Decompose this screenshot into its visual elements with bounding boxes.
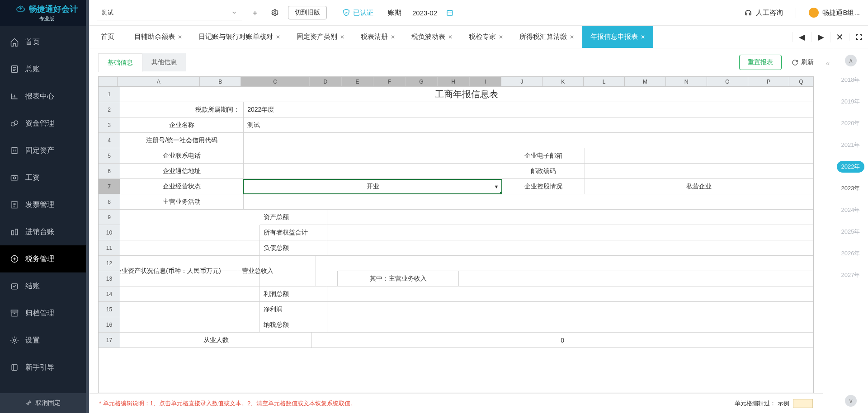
col-header-H[interactable]: H — [438, 77, 470, 86]
row-header[interactable]: 15 — [99, 302, 120, 317]
year-down[interactable]: ∨ — [845, 395, 857, 407]
sidebar-item-guide[interactable]: 新手引导 — [0, 354, 86, 381]
user-menu[interactable]: 畅捷通B组... — [809, 8, 860, 18]
cell[interactable]: 纳税总额 — [260, 317, 327, 333]
tab-home[interactable]: 首页 — [89, 26, 126, 48]
row-header[interactable]: 6 — [99, 164, 120, 179]
cell[interactable] — [327, 240, 813, 256]
sidebar-item-tax[interactable]: 税务管理 — [0, 245, 86, 272]
subtab-basic[interactable]: 基础信息 — [98, 53, 142, 72]
refresh-button[interactable]: 刷新 — [792, 58, 814, 66]
cell[interactable]: 税款所属期间： — [120, 102, 244, 117]
tab[interactable]: 税检专家✕ — [461, 26, 511, 48]
year-item[interactable]: 2020年 — [833, 113, 868, 134]
tab-close[interactable]: ✕ — [641, 34, 645, 40]
col-header-A[interactable]: A — [118, 77, 200, 86]
row-header[interactable]: 8 — [99, 194, 120, 210]
year-item[interactable]: 2026年 — [833, 243, 868, 264]
tab[interactable]: 所得税汇算清缴✕ — [511, 26, 582, 48]
old-version-button[interactable]: 切到旧版 — [288, 6, 327, 19]
fill-handle[interactable] — [500, 192, 502, 194]
tab-close[interactable]: ✕ — [340, 34, 344, 40]
sidebar-item-money[interactable]: 资金管理 — [0, 110, 86, 137]
support-button[interactable]: 人工咨询 — [744, 9, 783, 17]
sidebar-item-building[interactable]: 固定资产 — [0, 137, 86, 164]
col-header-N[interactable]: N — [666, 77, 707, 86]
period-value[interactable]: 2023-02 — [412, 9, 437, 17]
cell[interactable]: 企业电子邮箱 — [502, 148, 585, 164]
sidebar-item-chart[interactable]: 报表中心 — [0, 83, 86, 110]
year-item[interactable]: 2021年 — [833, 134, 868, 156]
year-rail-collapse[interactable]: « — [823, 48, 833, 77]
col-header-L[interactable]: L — [584, 77, 625, 86]
active-cell-dropdown[interactable]: 开业▼ — [243, 179, 502, 194]
cell[interactable]: 利润总额 — [260, 286, 327, 302]
col-header-K[interactable]: K — [542, 77, 584, 86]
tabs-fullscreen[interactable] — [849, 33, 868, 41]
calendar-icon[interactable] — [446, 9, 453, 16]
sidebar-item-home[interactable]: 首页 — [0, 28, 86, 56]
col-header-G[interactable]: G — [406, 77, 438, 86]
cell[interactable] — [459, 271, 813, 286]
year-item[interactable]: 2024年 — [833, 199, 868, 221]
year-item[interactable]: 2019年 — [833, 91, 868, 113]
row-header[interactable]: 17 — [99, 333, 120, 348]
grid-body[interactable]: 1工商年报信息表2税款所属期间：2022年度3企业名称测试4注册号/统一社会信用… — [99, 87, 813, 393]
sidebar-item-salary[interactable]: 工资 — [0, 164, 86, 191]
tab[interactable]: 年报信息申报表✕ — [582, 26, 653, 48]
unpin-button[interactable]: 取消固定 — [0, 393, 86, 413]
cell[interactable]: 资产总额 — [260, 210, 327, 225]
row-header[interactable]: 5 — [99, 148, 120, 164]
add-button[interactable]: ＋ — [248, 6, 262, 19]
row-header[interactable]: 4 — [99, 133, 120, 148]
col-header-I[interactable]: I — [470, 77, 502, 86]
row-header[interactable]: 1 — [99, 87, 120, 102]
row-header[interactable]: 16 — [99, 317, 120, 333]
cell[interactable] — [244, 148, 503, 164]
cell[interactable] — [327, 286, 813, 302]
cell[interactable]: 企业经营状态 — [120, 179, 243, 194]
col-header-M[interactable]: M — [625, 77, 666, 86]
sidebar-item-settings[interactable]: 设置 — [0, 327, 86, 354]
tab-close[interactable]: ✕ — [499, 34, 503, 40]
cell[interactable]: 企业控股情况 — [502, 179, 585, 194]
tabs-scroll-left[interactable]: ◀ — [792, 32, 811, 42]
cell[interactable]: 从业人数 — [120, 333, 312, 348]
col-header-D[interactable]: D — [310, 77, 342, 86]
tab[interactable]: 目辅助余额表✕ — [126, 26, 190, 48]
select-all-corner[interactable] — [99, 77, 118, 86]
row-header[interactable]: 12 — [99, 256, 120, 271]
company-selector[interactable]: 测试 — [97, 5, 242, 20]
cell[interactable]: 企业名称 — [120, 117, 244, 133]
cell[interactable]: 注册号/统一社会信用代码 — [120, 133, 244, 148]
col-header-E[interactable]: E — [342, 77, 374, 86]
year-item[interactable]: 2023年 — [833, 178, 868, 199]
cell[interactable] — [338, 256, 813, 271]
tab-close[interactable]: ✕ — [391, 34, 395, 40]
cell[interactable]: 0 — [312, 333, 813, 348]
cell[interactable]: 2022年度 — [244, 102, 813, 117]
cell[interactable] — [244, 164, 503, 179]
year-up[interactable]: ∧ — [845, 55, 857, 66]
cell[interactable] — [244, 194, 813, 210]
cell[interactable]: 企业联系电话 — [120, 148, 244, 164]
cell[interactable]: 其中：主营业务收入 — [338, 271, 459, 286]
cell[interactable]: 所有者权益合计 — [260, 225, 327, 240]
cell[interactable] — [244, 133, 813, 148]
cell[interactable] — [327, 302, 813, 317]
cell[interactable]: 主营业务活动 — [120, 194, 244, 210]
tabs-close-all[interactable]: ✕ — [830, 32, 849, 42]
row-header[interactable]: 14 — [99, 286, 120, 302]
sidebar-item-ledger[interactable]: 总账 — [0, 56, 86, 83]
sidebar-item-archive[interactable]: 归档管理 — [0, 300, 86, 327]
row-header[interactable]: 13 — [99, 271, 120, 286]
col-header-F[interactable]: F — [373, 77, 406, 86]
row-header[interactable]: 11 — [99, 240, 120, 256]
sidebar-item-checkout[interactable]: 结账 — [0, 272, 86, 300]
cell[interactable]: 邮政编码 — [502, 164, 585, 179]
cell[interactable]: 净利润 — [260, 302, 327, 317]
tab-close[interactable]: ✕ — [570, 34, 574, 40]
row-header[interactable]: 10 — [99, 225, 120, 240]
tab[interactable]: 税表清册✕ — [353, 26, 403, 48]
tabs-scroll-right[interactable]: ▶ — [811, 32, 830, 42]
